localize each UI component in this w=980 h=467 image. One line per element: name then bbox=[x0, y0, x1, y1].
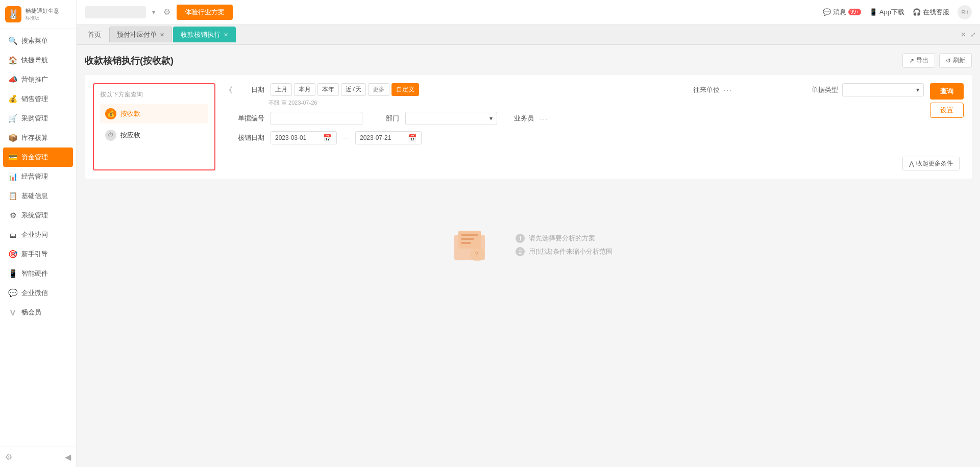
operation-icon: 📊 bbox=[8, 172, 17, 181]
filter-option-by-receipt[interactable]: 💰 按收款 bbox=[100, 104, 208, 124]
sidebar-item-finance[interactable]: 💳 资金管理 bbox=[3, 148, 73, 167]
topbar-right: 💬 消息 99+ 📱 App下载 🎧 在线客服 Rit bbox=[823, 5, 972, 19]
calendar-end-icon[interactable]: 📅 bbox=[408, 134, 416, 142]
logo-text-group: 畅捷通好生意 标准版 bbox=[26, 7, 59, 21]
sidebar-item-label: 新手引导 bbox=[21, 250, 48, 259]
sales-dots-btn[interactable]: ··· bbox=[540, 115, 549, 122]
topbar-brand bbox=[85, 6, 146, 18]
sidebar-item-label: 采购管理 bbox=[21, 114, 48, 123]
filter-panel: 按以下方案查询 💰 按收款 ⏱ 按应收 《 日期 bbox=[85, 75, 972, 179]
verify-date-start-wrapper[interactable]: 📅 bbox=[271, 131, 337, 144]
sidebar-item-inventory[interactable]: 📦 库存核算 bbox=[0, 128, 76, 148]
verify-date-start-input[interactable] bbox=[275, 134, 321, 141]
sidebar-item-hardware[interactable]: 📱 智能硬件 bbox=[0, 264, 76, 283]
settings-button[interactable]: 设置 bbox=[930, 103, 964, 118]
tab-home[interactable]: 首页 bbox=[81, 27, 108, 42]
doc-no-input[interactable] bbox=[271, 112, 362, 125]
7days-btn[interactable]: 近7天 bbox=[341, 83, 366, 96]
sidebar-item-label: 快捷导航 bbox=[21, 56, 48, 65]
tab-receipt[interactable]: 收款核销执行 ✕ bbox=[173, 27, 236, 42]
query-button[interactable]: 查询 bbox=[930, 83, 964, 100]
receipt-tab-close-icon[interactable]: ✕ bbox=[224, 32, 228, 38]
refresh-button[interactable]: ↺ 刷新 bbox=[939, 53, 972, 68]
app-download-button[interactable]: 📱 App下载 bbox=[869, 8, 904, 17]
svg-text:?: ? bbox=[474, 250, 478, 258]
sidebar-item-search[interactable]: 🔍 搜索菜单 bbox=[0, 31, 76, 51]
filter-options-panel: 按以下方案查询 💰 按收款 ⏱ 按应收 bbox=[93, 83, 215, 170]
tabbar: 首页 预付冲应付单 ✕ 收款核销执行 ✕ ✕ ⤢ bbox=[77, 24, 980, 45]
empty-tips: 1 请先选择要分析的方案 2 用[过滤]条件来缩小分析范围 bbox=[516, 234, 612, 256]
date-label: 日期 bbox=[234, 85, 264, 94]
settings-bottom-icon[interactable]: ⚙ bbox=[5, 452, 12, 462]
industry-solution-button[interactable]: 体验行业方案 bbox=[177, 5, 233, 20]
sidebar-item-quick-nav[interactable]: 🏠 快捷导航 bbox=[0, 51, 76, 70]
main-content: ▾ ⚙ 体验行业方案 💬 消息 99+ 📱 App下载 🎧 在线客服 Rit bbox=[77, 0, 980, 467]
sidebar-item-purchase[interactable]: 🛒 采购管理 bbox=[0, 109, 76, 128]
tab-close-all-icon[interactable]: ✕ bbox=[961, 31, 966, 38]
filter-section-title: 按以下方案查询 bbox=[100, 90, 208, 99]
collapse-more-button[interactable]: ⋀ 收起更多条件 bbox=[902, 157, 960, 170]
filter-option-by-receivable[interactable]: ⏱ 按应收 bbox=[100, 126, 208, 145]
doc-no-label: 单据编号 bbox=[234, 114, 264, 123]
app-icon: 📱 bbox=[869, 8, 877, 16]
verify-date-end-input[interactable] bbox=[360, 134, 406, 141]
sidebar-item-marketing[interactable]: 📣 营销推广 bbox=[0, 70, 76, 89]
doc-type-select[interactable]: ▾ bbox=[842, 83, 924, 96]
tab-prepay[interactable]: 预付冲应付单 ✕ bbox=[109, 27, 172, 42]
topbar-chevron-icon[interactable]: ▾ bbox=[152, 9, 155, 16]
message-icon: 💬 bbox=[823, 8, 831, 16]
export-button[interactable]: ↗ 导出 bbox=[902, 53, 935, 68]
empty-tip-1: 1 请先选择要分析的方案 bbox=[516, 234, 612, 243]
calendar-start-icon[interactable]: 📅 bbox=[323, 134, 332, 142]
topbar-gear-icon[interactable]: ⚙ bbox=[163, 7, 170, 17]
sidebar-menu: 🔍 搜索菜单 🏠 快捷导航 📣 营销推广 💰 销售管理 🛒 采购管理 📦 库存核… bbox=[0, 29, 76, 447]
marketing-icon: 📣 bbox=[8, 75, 17, 84]
prepay-tab-close-icon[interactable]: ✕ bbox=[160, 32, 164, 38]
collapse-chevron-icon: ⋀ bbox=[909, 160, 914, 167]
dept-select[interactable]: ▾ bbox=[405, 112, 497, 125]
date-unlimited-text: 不限 至 2023-07-26 bbox=[268, 99, 683, 107]
sidebar-item-system[interactable]: ⚙ 系统管理 bbox=[0, 206, 76, 225]
messages-button[interactable]: 💬 消息 99+ bbox=[823, 8, 861, 17]
verify-date-end-wrapper[interactable]: 📅 bbox=[355, 131, 422, 144]
user-avatar[interactable]: Rit bbox=[958, 5, 972, 19]
page-title: 收款核销执行(按收款) bbox=[85, 55, 174, 67]
sidebar-item-label: 企业微信 bbox=[21, 288, 48, 298]
sidebar-item-basic-info[interactable]: 📋 基础信息 bbox=[0, 186, 76, 206]
empty-state: ? 1 请先选择要分析的方案 2 用[过滤]条件来缩小分析范围 bbox=[85, 179, 972, 311]
last-month-btn[interactable]: 上月 bbox=[271, 83, 292, 96]
vip-icon: V bbox=[8, 308, 17, 317]
hardware-icon: 📱 bbox=[8, 269, 17, 278]
sidebar-item-operation[interactable]: 📊 经营管理 bbox=[0, 167, 76, 186]
sidebar-item-vip[interactable]: V 畅会员 bbox=[0, 303, 76, 322]
partner-dots-btn[interactable]: ··· bbox=[724, 86, 732, 94]
sidebar-item-enterprise[interactable]: 🗂 企业协同 bbox=[0, 225, 76, 244]
tabbar-actions: ✕ ⤢ bbox=[961, 31, 976, 38]
this-month-btn[interactable]: 本月 bbox=[294, 83, 315, 96]
empty-illustration: ? bbox=[444, 219, 495, 271]
this-year-btn[interactable]: 本年 bbox=[317, 83, 339, 96]
finance-icon: 💳 bbox=[8, 153, 17, 162]
online-service-label: 在线客服 bbox=[923, 8, 949, 17]
more-date-btn[interactable]: 更多 bbox=[368, 83, 389, 96]
sidebar-item-wechat[interactable]: 💬 企业微信 bbox=[0, 283, 76, 303]
collapse-sidebar-icon[interactable]: ◀ bbox=[65, 452, 71, 462]
tab-fullscreen-icon[interactable]: ⤢ bbox=[970, 31, 976, 38]
sidebar-item-guide[interactable]: 🎯 新手引导 bbox=[0, 244, 76, 264]
custom-date-btn[interactable]: 自定义 bbox=[391, 83, 419, 96]
refresh-label: 刷新 bbox=[953, 56, 965, 65]
search-icon: 🔍 bbox=[8, 36, 17, 45]
export-icon: ↗ bbox=[909, 57, 914, 64]
messages-label: 消息 bbox=[833, 8, 846, 17]
filter-collapse-icon[interactable]: 《 bbox=[224, 83, 234, 96]
system-icon: ⚙ bbox=[8, 211, 17, 220]
sidebar-item-sales[interactable]: 💰 销售管理 bbox=[0, 89, 76, 109]
sidebar-item-label: 库存核算 bbox=[21, 133, 48, 142]
tip-1-text: 请先选择要分析的方案 bbox=[529, 234, 595, 243]
receipt-option-icon: 💰 bbox=[105, 108, 116, 119]
sidebar-bottom: ⚙ ◀ bbox=[0, 447, 76, 467]
logo-icon: 🐰 bbox=[5, 6, 21, 22]
export-label: 导出 bbox=[916, 56, 928, 65]
online-service-button[interactable]: 🎧 在线客服 bbox=[913, 8, 949, 17]
verify-date-label: 核销日期 bbox=[234, 133, 264, 142]
